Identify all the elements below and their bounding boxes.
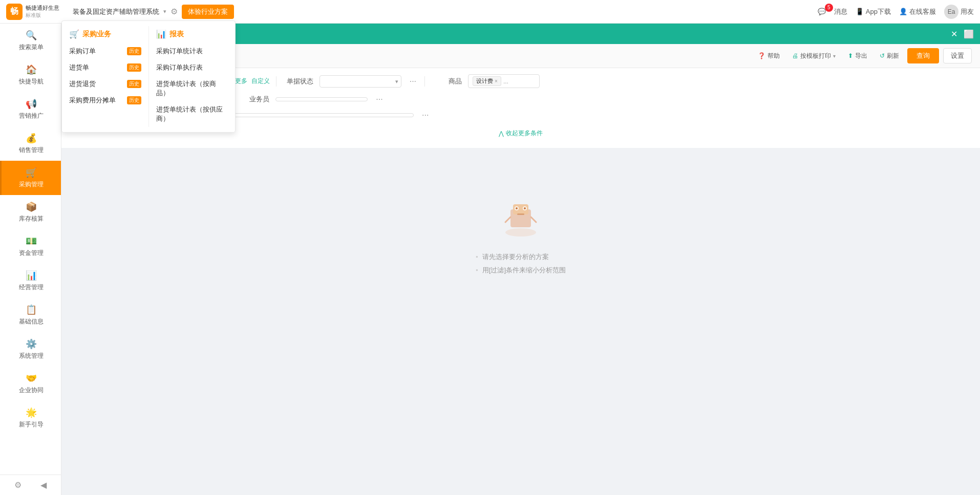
system-settings-icon[interactable]: ⚙ xyxy=(171,7,178,16)
menu-item-expense-alloc[interactable]: 采购费用分摊单 历史 xyxy=(67,92,143,109)
sidebar-label-coop: 企业协同 xyxy=(19,386,44,395)
sidebar-item-marketing[interactable]: 📢 营销推广 xyxy=(0,92,61,126)
tab-window-close-icon[interactable]: ✕ xyxy=(951,29,957,39)
sidebar-item-coop[interactable]: 🤝 企业协同 xyxy=(0,367,61,401)
online-service-item[interactable]: 👤 在线客服 xyxy=(899,7,936,16)
salesman-ellipsis[interactable]: ··· xyxy=(374,95,385,104)
menu-item-receipt-stats-supplier[interactable]: 进货单统计表（按供应商） xyxy=(154,101,230,127)
tab-window-expand-icon[interactable]: ⬜ xyxy=(964,29,974,39)
help-icon: ❓ xyxy=(758,52,765,59)
settings-button[interactable]: 设置 xyxy=(943,48,972,63)
sidebar-item-basicinfo[interactable]: 📋 基础信息 xyxy=(0,298,61,332)
header-middle: 装备及固定资产辅助管理系统 ▾ ⚙ 体验行业方案 xyxy=(68,5,818,19)
basicinfo-icon: 📋 xyxy=(26,304,37,315)
svg-line-8 xyxy=(505,217,510,222)
tab-right-icons: ✕ ⬜ xyxy=(951,29,980,39)
sidebar-item-purchase[interactable]: 🛒 采购管理 xyxy=(0,161,61,195)
service-icon: 👤 xyxy=(899,8,907,15)
purchase-order-label: 采购订单 xyxy=(69,47,96,56)
purchase-order-hist[interactable]: 历史 xyxy=(127,47,141,55)
sidebar-item-guide[interactable]: 🌟 新手引导 xyxy=(0,401,61,435)
menu-item-purchase-order[interactable]: 采购订单 历史 xyxy=(67,43,143,59)
status-ellipsis[interactable]: ··· xyxy=(408,77,418,86)
expense-alloc-hist[interactable]: 历史 xyxy=(127,96,141,104)
purchase-dropdown-menu: 🛒 采购业务 采购订单 历史 进货单 历史 进货退货 历史 采购费用分摊单 历史 xyxy=(61,20,236,133)
salesman-input[interactable] xyxy=(275,97,368,101)
marketing-icon: 📢 xyxy=(26,98,37,110)
menu-item-receipt-stats-goods[interactable]: 进货单统计表（按商品） xyxy=(154,76,230,101)
divider-1 xyxy=(276,76,276,87)
goods-tag-close[interactable]: × xyxy=(495,78,498,84)
user-label: 用友 xyxy=(961,7,974,16)
sidebar-item-system[interactable]: ⚙️ 系统管理 xyxy=(0,332,61,367)
sidebar-label-quicknav: 快捷导航 xyxy=(19,77,44,86)
refresh-button[interactable]: ↺ 刷新 xyxy=(876,50,903,62)
help-button[interactable]: ❓ 帮助 xyxy=(754,50,784,62)
menu-item-order-stats[interactable]: 采购订单统计表 xyxy=(154,43,230,59)
sidebar-item-finance[interactable]: 💵 资金管理 xyxy=(0,229,61,264)
goods-receipt-hist[interactable]: 历史 xyxy=(127,63,141,72)
shortcut-custom[interactable]: 自定义 xyxy=(251,77,270,85)
collapse-up-icon: ⋀ xyxy=(499,130,504,137)
menu-item-goods-receipt-left: 进货单 xyxy=(69,63,89,72)
purchase-icon: 🛒 xyxy=(26,167,37,178)
goods-receipt-label: 进货单 xyxy=(69,63,89,72)
empty-hints: 请先选择要分析的方案 用[过滤]条件来缩小分析范围 xyxy=(476,250,566,277)
message-label: 消息 xyxy=(834,7,847,16)
message-item[interactable]: 💬 5 消息 xyxy=(818,7,847,16)
sidebar-label-marketing: 营销推广 xyxy=(19,112,44,120)
status-label: 单据状态 xyxy=(283,77,313,86)
coop-icon: 🤝 xyxy=(26,373,37,384)
sidebar: 🔍 搜索菜单 🏠 快捷导航 📢 营销推广 💰 销售管理 🛒 采购管理 📦 库存核… xyxy=(0,24,61,495)
status-select-wrap[interactable] xyxy=(319,75,401,88)
sidebar-item-operations[interactable]: 📊 经营管理 xyxy=(0,264,61,298)
menu-item-purchase-order-left: 采购订单 xyxy=(69,47,96,56)
menu-item-goods-return[interactable]: 进货退货 历史 xyxy=(67,76,143,92)
export-button[interactable]: ⬆ 导出 xyxy=(844,50,871,62)
order-exec-label: 采购订单执行表 xyxy=(156,63,203,72)
export-icon: ⬆ xyxy=(848,52,853,59)
finance-icon: 💵 xyxy=(26,235,37,247)
customer-ellipsis[interactable]: ··· xyxy=(420,111,431,120)
user-item[interactable]: Ea 用友 xyxy=(944,5,974,19)
shortcut-more[interactable]: 更多 xyxy=(235,77,247,85)
empty-state: 请先选择要分析的方案 用[过滤]条件来缩小分析范围 xyxy=(61,148,980,318)
menu-item-goods-receipt[interactable]: 进货单 历史 xyxy=(67,59,143,76)
logo-text: 畅捷通好生意 xyxy=(26,4,59,11)
sidebar-label-purchase: 采购管理 xyxy=(19,180,44,189)
print-dropdown-icon[interactable]: ▾ xyxy=(833,53,836,59)
report-header-icon: 📊 xyxy=(156,29,166,39)
report-header-label: 报表 xyxy=(169,30,184,39)
sidebar-item-inventory[interactable]: 📦 库存核算 xyxy=(0,195,61,229)
goods-input[interactable]: 设计费 × ... xyxy=(468,74,540,88)
sidebar-settings-icon[interactable]: ⚙ xyxy=(14,480,22,490)
sidebar-label-guide: 新手引导 xyxy=(19,420,44,429)
goods-more[interactable]: ... xyxy=(503,78,508,85)
svg-point-0 xyxy=(505,228,536,236)
sidebar-item-quicknav[interactable]: 🏠 快捷导航 xyxy=(0,58,61,92)
status-select[interactable] xyxy=(319,75,401,88)
goods-return-hist[interactable]: 历史 xyxy=(127,80,141,88)
logo-area: 畅 畅捷通好生意 标准版 xyxy=(6,4,68,20)
system-icon: ⚙️ xyxy=(26,338,37,350)
empty-hint-1: 请先选择要分析的方案 xyxy=(482,250,549,264)
sidebar-item-sales[interactable]: 💰 销售管理 xyxy=(0,126,61,161)
guide-icon: 🌟 xyxy=(26,407,37,418)
sidebar-item-search[interactable]: 🔍 搜索菜单 xyxy=(0,24,61,58)
collapse-label: 收起更多条件 xyxy=(506,129,543,138)
print-button[interactable]: 🖨 按模板打印 ▾ xyxy=(788,50,840,62)
order-stats-label: 采购订单统计表 xyxy=(156,47,203,56)
online-service-label: 在线客服 xyxy=(909,7,936,16)
logo-sub: 标准版 xyxy=(26,12,59,19)
operations-icon: 📊 xyxy=(26,270,37,281)
menu-item-order-exec[interactable]: 采购订单执行表 xyxy=(154,59,230,76)
industry-button[interactable]: 体验行业方案 xyxy=(182,5,234,19)
business-header-icon: 🛒 xyxy=(69,29,79,39)
app-download-item[interactable]: 📱 App下载 xyxy=(856,7,891,16)
logo-icon: 畅 xyxy=(6,4,23,20)
inventory-icon: 📦 xyxy=(26,201,37,212)
sidebar-collapse-icon[interactable]: ◀ xyxy=(40,480,47,490)
mobile-icon: 📱 xyxy=(856,8,864,15)
system-dropdown-arrow[interactable]: ▾ xyxy=(163,8,166,15)
query-button[interactable]: 查询 xyxy=(907,48,939,63)
